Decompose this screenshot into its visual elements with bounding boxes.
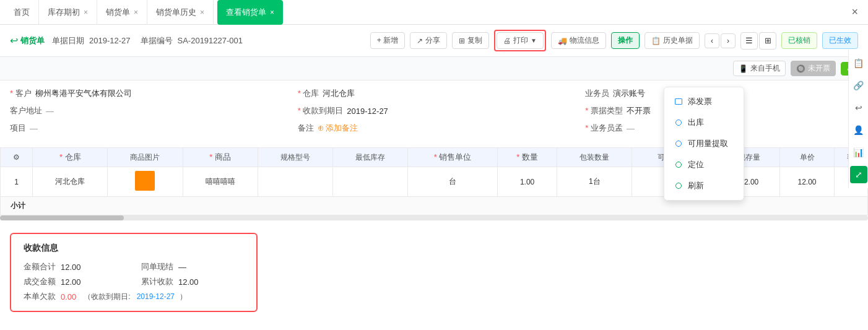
secondary-toolbar: 📱 来自手机 🔘 未开票 ✓ xyxy=(0,57,868,80)
td-warehouse: 河北仓库 xyxy=(33,167,108,197)
history-button[interactable]: 📋 历史单据 xyxy=(644,32,700,49)
ops-person-label: 业务员孟 xyxy=(585,123,623,134)
doc-meta: 单据日期 2019-12-27 单据编号 SA-20191227-001 xyxy=(52,35,243,46)
doc-type-label: 销货单 xyxy=(20,35,45,46)
scrollbar-thumb[interactable] xyxy=(0,215,124,220)
logistics-button[interactable]: 🚚 物流信息 xyxy=(551,32,606,49)
tab-close-view-sales[interactable]: × xyxy=(270,8,274,17)
print-icon: 🖨 xyxy=(503,37,511,45)
right-sidebar: 📋 🔗 ↩ 👤 📊 ⤢ xyxy=(848,50,868,188)
dropdown-available-qty[interactable]: 可用量提取 xyxy=(664,133,744,154)
global-close-button[interactable]: × xyxy=(846,6,863,19)
customer-field: 客户 柳州粤港平安气体有限公司 xyxy=(10,88,283,99)
th-unit-price: 单价 xyxy=(780,148,835,167)
warehouse-field: 仓库 河北仓库 xyxy=(298,88,571,99)
bottom-section: 收款信息 金额合计 12.00 同单现结 — 成交金额 12.00 累计收款 1… xyxy=(0,225,868,319)
td-quantity: 1.00 xyxy=(497,167,557,197)
salesperson-value: 演示账号 xyxy=(613,88,645,99)
payment-title: 收款信息 xyxy=(24,243,244,254)
sidebar-icon-3[interactable]: ↩ xyxy=(850,99,867,116)
address-field: 客户地址 — xyxy=(10,105,283,116)
next-button[interactable]: › xyxy=(721,33,736,48)
payment-date-field: 收款到期日 2019-12-27 xyxy=(298,105,571,116)
prev-button[interactable]: ‹ xyxy=(705,33,719,48)
salesperson-label: 业务员 xyxy=(585,88,609,99)
horizontal-scrollbar[interactable] xyxy=(0,215,868,220)
note-field: 备注 ⊕ 添加备注 xyxy=(298,123,571,134)
sidebar-icon-4[interactable]: 👤 xyxy=(850,121,867,139)
arrears-close: ） xyxy=(180,292,187,302)
tab-view-sales[interactable]: 查看销货单 × xyxy=(217,0,283,25)
total-amount-value: 12.00 xyxy=(61,263,81,272)
dropdown-add-invoice[interactable]: 添发票 xyxy=(664,91,744,112)
customer-label: 客户 xyxy=(10,88,32,99)
sidebar-icon-expand[interactable]: ⤢ xyxy=(850,166,867,183)
same-order-label: 同单现结 xyxy=(141,261,173,272)
ticket-type-label: 票据类型 xyxy=(585,105,623,116)
td-unit: 台 xyxy=(408,167,498,197)
refresh-icon xyxy=(674,181,683,190)
sidebar-icon-1[interactable]: 📋 xyxy=(850,54,867,72)
arrears-label: 本单欠款 xyxy=(24,291,56,302)
same-order-row: 同单现结 — xyxy=(141,261,244,272)
transaction-row: 成交金额 12.00 xyxy=(24,276,126,287)
tab-home[interactable]: 首页 xyxy=(5,0,39,25)
cumulative-value: 12.00 xyxy=(178,277,199,287)
warehouse-value: 河北仓库 xyxy=(323,88,355,99)
tab-close-history[interactable]: × xyxy=(200,8,204,17)
th-warehouse: 仓库 xyxy=(33,148,108,167)
product-image xyxy=(135,171,155,191)
customer-value: 柳州粤港平安气体有限公司 xyxy=(35,88,132,99)
new-button[interactable]: + 新增 xyxy=(370,32,405,49)
arrears-value: 0.00 xyxy=(61,292,76,302)
tab-sales-order[interactable]: 销货单 × xyxy=(97,0,147,25)
payment-date-value: 2019-12-27 xyxy=(347,106,388,116)
not-open-button[interactable]: 🔘 未开票 xyxy=(791,61,836,76)
tab-sales-history[interactable]: 销货单历史 × xyxy=(147,0,214,25)
tab-close-sales[interactable]: × xyxy=(134,8,138,17)
share-icon: ↗ xyxy=(417,37,423,45)
add-invoice-icon xyxy=(674,97,683,106)
grid-view-button[interactable]: ⊞ xyxy=(759,32,776,50)
doc-header: ↩ 销货单 单据日期 2019-12-27 单据编号 SA-20191227-0… xyxy=(0,25,868,57)
locate-icon xyxy=(674,160,683,169)
project-field: 项目 — xyxy=(10,123,283,134)
dropdown-refresh[interactable]: 刷新 xyxy=(664,175,744,196)
td-min-stock xyxy=(332,167,407,197)
doc-number-label: 单据编号 SA-20191227-001 xyxy=(141,35,243,46)
td-product-img xyxy=(108,167,183,197)
warehouse-label: 仓库 xyxy=(298,88,319,99)
print-button[interactable]: 🖨 打印 ▼ xyxy=(497,32,544,49)
dropdown-menu: 添发票 出库 可用量提取 定位 刷新 xyxy=(664,87,744,201)
td-pack-qty: 1台 xyxy=(557,167,632,197)
doc-actions: + 新增 ↗ 分享 ⊞ 复制 🖨 打印 ▼ 🚚 物流信息 操作 xyxy=(370,30,858,51)
view-buttons: ☰ ⊞ xyxy=(740,32,776,50)
doc-number-value: SA-20191227-001 xyxy=(178,36,243,45)
th-product-img: 商品图片 xyxy=(108,148,183,167)
payment-grid: 金额合计 12.00 同单现结 — 成交金额 12.00 累计收款 12.00 xyxy=(24,261,244,302)
list-view-button[interactable]: ☰ xyxy=(740,32,758,50)
from-phone-button[interactable]: 📱 来自手机 xyxy=(733,61,786,76)
project-value: — xyxy=(30,124,38,133)
arrears-note: （收款到期日: xyxy=(84,292,130,302)
dropdown-out-warehouse[interactable]: 出库 xyxy=(664,112,744,133)
phone-icon: 📱 xyxy=(739,64,748,73)
th-settings[interactable]: ⚙ xyxy=(1,148,33,167)
tab-close-inventory[interactable]: × xyxy=(84,8,88,17)
tab-bar: 首页 库存期初 × 销货单 × 销货单历史 × 查看销货单 × × xyxy=(0,0,868,25)
payment-info: 收款信息 金额合计 12.00 同单现结 — 成交金额 12.00 累计收款 1… xyxy=(10,233,258,312)
note-label: 备注 xyxy=(298,123,314,134)
tab-inventory-init[interactable]: 库存期初 × xyxy=(39,0,97,25)
dropdown-locate[interactable]: 定位 xyxy=(664,154,744,175)
share-button[interactable]: ↗ 分享 xyxy=(410,32,447,49)
sidebar-icon-5[interactable]: 📊 xyxy=(850,144,867,161)
same-order-value: — xyxy=(178,263,186,272)
ops-button[interactable]: 操作 xyxy=(611,32,640,49)
add-note-button[interactable]: ⊕ 添加备注 xyxy=(318,123,358,134)
sidebar-icon-2[interactable]: 🔗 xyxy=(850,77,867,94)
address-value: — xyxy=(46,106,54,116)
copy-button[interactable]: ⊞ 复制 xyxy=(452,32,489,49)
ops-person-value: — xyxy=(627,124,635,133)
arrears-row: 本单欠款 0.00 （收款到期日: 2019-12-27 ） xyxy=(24,291,244,302)
ticket-icon: 🔘 xyxy=(796,64,805,73)
